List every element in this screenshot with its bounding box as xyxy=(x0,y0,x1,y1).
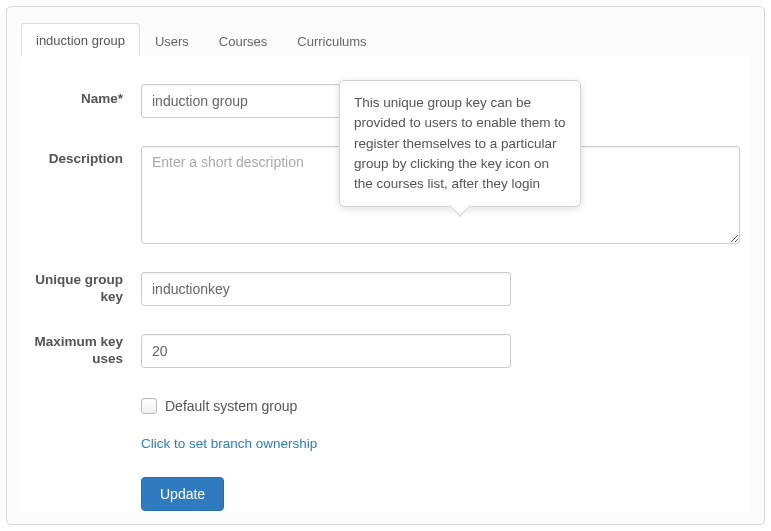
update-button[interactable]: Update xyxy=(141,477,224,511)
tab-users[interactable]: Users xyxy=(140,24,204,57)
label-description: Description xyxy=(21,146,141,168)
group-settings-panel: induction group Users Courses Curriculum… xyxy=(6,6,765,525)
row-max-uses: Maximum key uses xyxy=(21,334,740,368)
tab-induction-group[interactable]: induction group xyxy=(21,23,140,57)
tab-curriculums[interactable]: Curriculums xyxy=(282,24,381,57)
row-default-group: Default system group xyxy=(21,396,740,414)
unique-key-input[interactable] xyxy=(141,272,511,306)
default-group-label: Default system group xyxy=(165,398,297,414)
row-branch-link: Click to set branch ownership xyxy=(21,436,740,451)
row-unique-key: Unique group key xyxy=(21,272,740,306)
checkbox-icon xyxy=(141,398,157,414)
default-group-checkbox[interactable]: Default system group xyxy=(141,396,297,414)
unique-key-tooltip: This unique group key can be provided to… xyxy=(339,80,581,207)
max-uses-input[interactable] xyxy=(141,334,511,368)
tab-courses[interactable]: Courses xyxy=(204,24,282,57)
label-max-uses: Maximum key uses xyxy=(21,334,141,368)
set-branch-ownership-link[interactable]: Click to set branch ownership xyxy=(141,436,317,451)
label-name: Name* xyxy=(21,84,141,108)
tab-bar: induction group Users Courses Curriculum… xyxy=(21,21,750,57)
row-submit: Update xyxy=(21,477,740,511)
label-unique-key: Unique group key xyxy=(21,272,141,306)
